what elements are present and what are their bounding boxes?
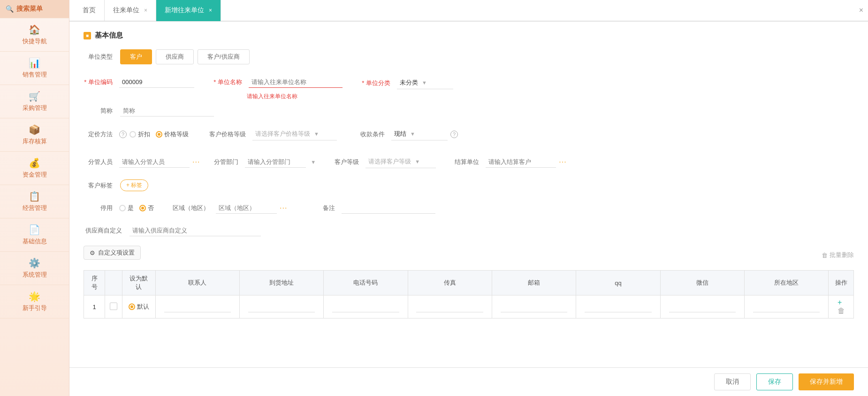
type-customer-btn[interactable]: 客户	[120, 49, 152, 64]
customer-price-level-select[interactable]: 请选择客户价格等级 ▼	[252, 128, 337, 140]
sidebar-item-operations[interactable]: 📋 经营管理	[0, 185, 69, 218]
radio-no[interactable]: 否	[139, 204, 154, 212]
gear-icon: ⚙️	[29, 257, 40, 269]
customer-level-select[interactable]: 请选择客户等级 ▼	[365, 155, 436, 168]
save-new-button[interactable]: 保存并新增	[799, 373, 854, 390]
tab-label: 首页	[83, 6, 96, 15]
customer-level-placeholder: 请选择客户等级	[368, 157, 411, 166]
cell-checkbox[interactable]	[105, 295, 122, 318]
remark-label: 备注	[306, 204, 339, 212]
delete-row-btn[interactable]: 🗑	[838, 307, 845, 315]
save-button[interactable]: 保存	[756, 373, 793, 390]
batch-delete-area: 🗑 批量删除	[822, 251, 854, 259]
cell-default[interactable]: 默认	[122, 295, 155, 318]
radio-price-level[interactable]: 价格等级	[156, 130, 189, 139]
payment-terms-value: 现结	[394, 130, 406, 138]
cell-email[interactable]	[492, 295, 576, 318]
sidebar-item-label: 系统管理	[23, 271, 47, 279]
tab-label: 往来单位	[113, 6, 139, 15]
disable-row: 停用 是 否 区域（地区） ··· 备注	[84, 199, 854, 217]
customer-level-label: 客户等级	[330, 158, 363, 166]
payment-terms-select[interactable]: 现结 ▼	[391, 128, 448, 140]
cell-phone[interactable]	[324, 295, 408, 318]
cell-contact[interactable]	[155, 295, 239, 318]
radio-yes-circle	[119, 205, 126, 211]
tab-partners[interactable]: 往来单位 ×	[105, 0, 156, 21]
sidebar-item-system[interactable]: ⚙️ 系统管理	[0, 252, 69, 285]
unit-name-input[interactable]	[249, 77, 343, 88]
payment-help-icon[interactable]: ?	[450, 131, 458, 138]
sidebar-item-guide[interactable]: 🌟 新手引导	[0, 285, 69, 318]
dept-input[interactable]	[245, 156, 306, 168]
close-tab-partners[interactable]: ×	[144, 7, 147, 14]
add-tag-btn[interactable]: + 标签	[120, 179, 148, 191]
col-address: 到货地址	[239, 271, 323, 295]
customer-price-level-placeholder: 请选择客户价格等级	[255, 130, 310, 138]
type-supplier-btn[interactable]: 供应商	[156, 49, 194, 64]
sidebar-item-search[interactable]: 🔍 搜索菜单	[0, 0, 69, 18]
manager-more-btn[interactable]: ···	[192, 158, 200, 166]
manager-label: 分管人员	[84, 158, 116, 166]
remark-input[interactable]	[342, 202, 435, 214]
col-contact: 联系人	[155, 271, 239, 295]
supplier-custom-row: 供应商自定义	[84, 225, 854, 236]
supplier-custom-input[interactable]	[129, 225, 261, 236]
sidebar-item-quick-nav[interactable]: 🏠 快捷导航	[0, 18, 69, 52]
cancel-button[interactable]: 取消	[714, 373, 751, 390]
radio-no-circle	[139, 205, 146, 211]
unit-code-input[interactable]	[119, 77, 194, 88]
cell-action: + 🗑	[829, 295, 854, 318]
tab-home[interactable]: 首页	[74, 0, 105, 21]
sidebar: 🔍 搜索菜单 🏠 快捷导航 📊 销售管理 🛒 采购管理 📦 库存核算 💰 资金管…	[0, 0, 69, 396]
supplier-custom-label: 供应商自定义	[84, 226, 126, 235]
region-label: 区域（地区）	[173, 204, 213, 212]
type-both-btn[interactable]: 客户/供应商	[198, 49, 250, 64]
sidebar-item-label: 采购管理	[23, 104, 47, 112]
unit-category-field: * 单位分类 未分类 ▼	[361, 73, 453, 93]
col-default: 设为默认	[122, 271, 155, 295]
pricing-help-icon[interactable]: ?	[119, 131, 127, 138]
sidebar-item-inventory[interactable]: 📦 库存核算	[0, 118, 69, 152]
sidebar-item-sales[interactable]: 📊 销售管理	[0, 52, 69, 85]
unit-type-row: 单位类型 客户 供应商 客户/供应商	[84, 49, 854, 64]
section-icon: ■	[84, 32, 91, 39]
region-more-btn[interactable]: ···	[280, 204, 287, 212]
radio-discount[interactable]: 折扣	[129, 130, 150, 139]
cell-fax[interactable]	[408, 295, 492, 318]
add-row-btn[interactable]: +	[838, 298, 842, 306]
close-all-tabs[interactable]: ×	[859, 6, 863, 15]
settlement-input[interactable]	[486, 156, 556, 168]
region-input[interactable]	[216, 202, 277, 214]
col-email: 邮箱	[492, 271, 576, 295]
tab-new-partner[interactable]: 新增往来单位 ×	[156, 0, 221, 21]
search-icon: 🔍	[6, 5, 14, 13]
chevron-down-icon: ▼	[410, 131, 415, 137]
tags-label: 客户标签	[84, 181, 116, 190]
star-icon: 🌟	[29, 291, 40, 302]
close-tab-new-partner[interactable]: ×	[209, 7, 212, 14]
sidebar-item-purchase[interactable]: 🛒 采购管理	[0, 85, 69, 118]
custom-settings-label: 自定义项设置	[98, 248, 135, 257]
sidebar-item-label: 经营管理	[23, 204, 47, 212]
payment-terms-label: 收款条件	[356, 130, 388, 139]
radio-yes[interactable]: 是	[119, 204, 134, 212]
short-name-input[interactable]	[120, 105, 214, 116]
cell-qq[interactable]	[576, 295, 661, 318]
cell-address[interactable]	[239, 295, 323, 318]
chevron-down-icon: ▼	[415, 159, 420, 164]
unit-category-select[interactable]: 未分类 ▼	[397, 77, 453, 89]
cell-region[interactable]	[745, 295, 829, 318]
settlement-more-btn[interactable]: ···	[559, 158, 566, 166]
radio-price-level-circle	[156, 131, 162, 138]
bottom-bar: 取消 保存 保存并新增	[69, 367, 868, 396]
manager-input[interactable]	[119, 156, 190, 168]
pricing-row: 定价方法 ? 折扣 价格等级 客户价格等级 请选择客户价格等级	[84, 124, 854, 144]
unit-type-label: 单位类型	[84, 53, 116, 61]
sidebar-item-finance[interactable]: 💰 资金管理	[0, 152, 69, 185]
custom-settings-btn[interactable]: ⚙ 自定义项设置	[84, 246, 141, 260]
sidebar-item-basic-info[interactable]: 📄 基础信息	[0, 218, 69, 252]
radio-yes-label: 是	[128, 204, 134, 212]
chevron-down-icon: ▼	[314, 131, 319, 137]
cell-wechat[interactable]	[660, 295, 744, 318]
unit-category-value: 未分类	[400, 78, 418, 87]
